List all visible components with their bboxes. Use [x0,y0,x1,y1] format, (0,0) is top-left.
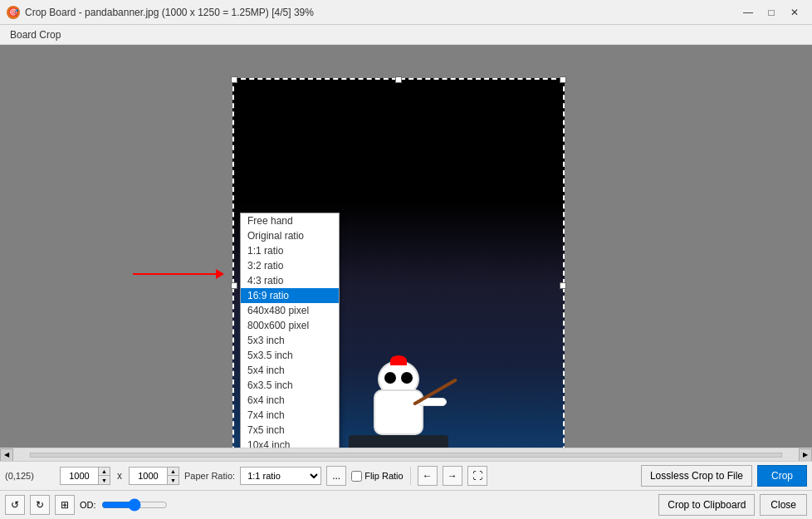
panda-torso [374,389,423,435]
arrow-annotation [133,269,224,279]
dropdown-item-5[interactable]: 16:9 ratio [241,288,339,303]
panda-platform [349,435,448,448]
separator-1 [410,467,411,485]
height-decrement-button[interactable]: ▼ [167,476,179,484]
dropdown-item-4[interactable]: 4:3 ratio [241,273,339,288]
od-label: OD: [80,500,96,510]
arrow-head [216,269,224,279]
menubar: Board Crop [0,25,812,45]
height-input[interactable] [130,468,167,484]
height-increment-button[interactable]: ▲ [167,468,179,476]
dropdown-item-0[interactable]: Free hand [241,213,339,228]
panda-hat [390,355,407,365]
width-input[interactable] [61,468,98,484]
main-content: Free hand Original ratio 1:1 ratio 3:2 r… [0,45,812,461]
panda-stick [413,378,457,405]
minimize-button[interactable]: — [737,3,759,22]
width-decrement-button[interactable]: ▼ [98,476,110,484]
fullscreen-button[interactable]: ⛶ [467,466,487,486]
panda-eye-left [384,372,396,384]
dropdown-item-1[interactable]: Original ratio [241,228,339,243]
dropdown-item-15[interactable]: 10x4 inch [241,438,339,448]
panda-figure [365,360,432,435]
dropdown-item-11[interactable]: 6x3.5 inch [241,378,339,393]
arrow-left-button[interactable]: ← [418,466,438,486]
dropdown-item-10[interactable]: 5x4 inch [241,363,339,378]
app-icon: 🎯 [7,6,20,19]
height-spin-buttons: ▲ ▼ [167,468,179,484]
close-button[interactable]: Close [760,494,807,516]
dropdown-item-3[interactable]: 3:2 ratio [241,258,339,273]
crop-to-clipboard-button[interactable]: Crop to Clipboard [658,494,755,516]
titlebar: 🎯 Crop Board - pandabanner.jpg (1000 x 1… [0,0,812,25]
titlebar-left: 🎯 Crop Board - pandabanner.jpg (1000 x 1… [7,6,314,19]
bottom-toolbar-1: (0,125) ▲ ▼ x ▲ ▼ Paper Ratio: Free hand… [0,461,812,490]
arrow-line [133,273,216,275]
dimension-separator: x [115,470,124,482]
more-options-button[interactable]: ... [326,466,346,486]
flip-ratio-checkbox-label[interactable]: Flip Ratio [351,471,403,482]
rotate-ccw-button[interactable]: ↺ [5,495,25,515]
width-spinbox[interactable]: ▲ ▼ [60,467,110,485]
panda-arm [418,398,447,406]
window-title: Crop Board - pandabanner.jpg (1000 x 125… [25,7,314,18]
menu-item-board-crop[interactable]: Board Crop [3,27,67,42]
bottom-toolbar-2: ↺ ↻ ⊞ OD: Crop to Clipboard Close [0,490,812,519]
height-spinbox[interactable]: ▲ ▼ [129,467,179,485]
maximize-button[interactable]: □ [761,3,782,22]
window-controls: — □ ✕ [737,3,805,22]
crop-button[interactable]: Crop [757,465,807,487]
panda-eye-right [401,372,413,384]
scroll-track[interactable] [30,453,782,458]
dropdown-item-13[interactable]: 7x4 inch [241,408,339,423]
close-window-button[interactable]: ✕ [784,3,805,22]
lossless-crop-button[interactable]: Lossless Crop to File [641,465,752,487]
od-slider[interactable] [101,498,168,512]
dropdown-item-2[interactable]: 1:1 ratio [241,243,339,258]
dropdown-item-14[interactable]: 7x5 inch [241,423,339,438]
canvas-area[interactable]: Free hand Original ratio 1:1 ratio 3:2 r… [0,45,812,448]
flip-ratio-label: Flip Ratio [364,471,403,481]
arrow-right-button[interactable]: → [443,466,462,486]
dropdown-item-12[interactable]: 6x4 inch [241,393,339,408]
scroll-right-button[interactable]: ▶ [799,448,812,462]
scroll-left-button[interactable]: ◀ [0,448,13,462]
paper-ratio-select[interactable]: Free handOriginal ratio1:1 ratio3:2 rati… [240,467,321,485]
ratio-dropdown-menu[interactable]: Free hand Original ratio 1:1 ratio 3:2 r… [240,213,340,448]
coordinates-display: (0,125) [5,471,55,481]
width-spin-buttons: ▲ ▼ [98,468,110,484]
dropdown-item-9[interactable]: 5x3.5 inch [241,348,339,363]
dropdown-item-7[interactable]: 800x600 pixel [241,318,339,333]
dropdown-item-6[interactable]: 640x480 pixel [241,303,339,318]
rotate-cw-button[interactable]: ↻ [30,495,50,515]
flip-ratio-checkbox[interactable] [351,471,362,482]
grid-button[interactable]: ⊞ [55,495,75,515]
width-increment-button[interactable]: ▲ [98,468,110,476]
horizontal-scrollbar[interactable]: ◀ ▶ [0,448,812,461]
dropdown-item-8[interactable]: 5x3 inch [241,333,339,348]
paper-ratio-label: Paper Ratio: [184,471,235,481]
